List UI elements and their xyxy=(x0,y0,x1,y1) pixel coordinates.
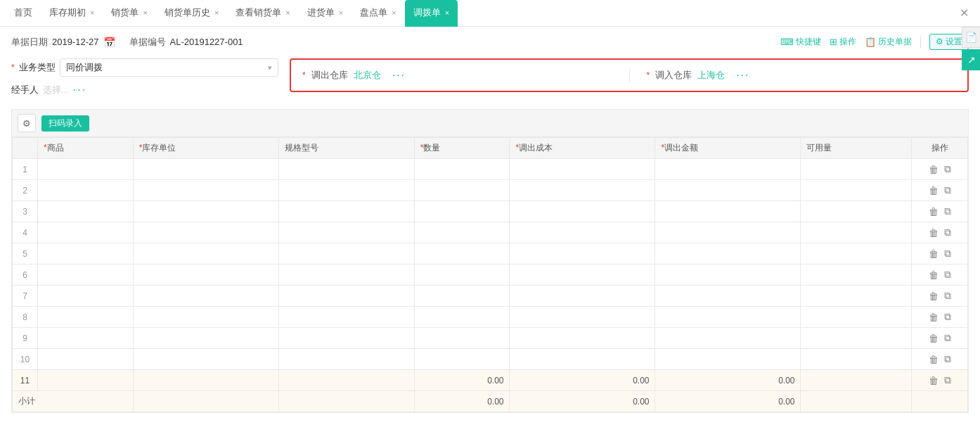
calendar-icon[interactable]: 📅 xyxy=(103,37,115,48)
row-copy-icon[interactable]: ⧉ xyxy=(944,353,951,365)
row-spec-cell[interactable] xyxy=(278,265,414,286)
row-spec-cell[interactable] xyxy=(278,307,414,328)
row-spec-cell[interactable] xyxy=(278,222,414,243)
row-product-cell[interactable] xyxy=(38,180,134,201)
row-cost-cell[interactable] xyxy=(510,180,655,201)
row-cost-cell[interactable] xyxy=(510,243,655,265)
row-quantity-cell[interactable] xyxy=(414,307,510,328)
row-spec-cell[interactable] xyxy=(278,180,414,201)
row-unit-cell[interactable] xyxy=(133,286,278,307)
row-cost-cell[interactable] xyxy=(510,265,655,286)
row-product-cell[interactable] xyxy=(38,328,134,349)
row-delete-icon[interactable]: 🗑 xyxy=(929,291,939,302)
row-amount-cell[interactable] xyxy=(655,201,801,222)
row-amount-cell[interactable] xyxy=(655,243,801,265)
row-amount-cell[interactable] xyxy=(655,265,801,286)
row-cost-cell[interactable] xyxy=(510,159,655,180)
row-copy-icon[interactable]: ⧉ xyxy=(944,248,951,260)
tab-close-inventory-init[interactable]: × xyxy=(90,8,94,17)
row-quantity-cell[interactable] xyxy=(414,180,510,201)
handler-placeholder[interactable]: 选择... xyxy=(43,84,69,96)
row-product-cell[interactable] xyxy=(38,265,134,286)
tab-inventory-check[interactable]: 盘点单 × xyxy=(352,0,404,27)
tab-view-sales[interactable]: 查看销货单 × xyxy=(227,0,298,27)
row-cost-cell[interactable] xyxy=(510,222,655,243)
row-spec-cell[interactable] xyxy=(278,349,414,370)
tab-transfer[interactable]: 调拨单 × xyxy=(405,0,458,27)
row-copy-icon[interactable]: ⧉ xyxy=(944,163,951,175)
row-delete-icon[interactable]: 🗑 xyxy=(929,333,939,344)
scan-button[interactable]: 扫码录入 xyxy=(41,115,89,132)
row-spec-cell[interactable] xyxy=(278,159,414,180)
row-cost-cell[interactable] xyxy=(510,307,655,328)
row-copy-icon[interactable]: ⧉ xyxy=(944,374,951,386)
row-quantity-cell[interactable] xyxy=(414,349,510,370)
row-delete-icon[interactable]: 🗑 xyxy=(929,185,939,196)
row-copy-icon[interactable]: ⧉ xyxy=(944,269,951,281)
row-delete-icon[interactable]: 🗑 xyxy=(929,206,939,217)
row-amount-cell[interactable] xyxy=(655,307,801,328)
row-copy-icon[interactable]: ⧉ xyxy=(944,332,951,344)
tab-sales-history[interactable]: 销货单历史 × xyxy=(156,0,227,27)
row-unit-cell[interactable] xyxy=(133,307,278,328)
tab-close-sales-order[interactable]: × xyxy=(143,8,147,17)
row-delete-icon[interactable]: 🗑 xyxy=(929,248,939,260)
row-quantity-cell[interactable] xyxy=(414,243,510,265)
row-unit-cell[interactable] xyxy=(133,201,278,222)
handler-more-icon[interactable]: ··· xyxy=(73,84,86,96)
row-amount-cell[interactable] xyxy=(655,222,801,243)
row-quantity-cell[interactable] xyxy=(414,222,510,243)
row-copy-icon[interactable]: ⧉ xyxy=(944,205,951,217)
tab-close-sales-history[interactable]: × xyxy=(214,8,219,17)
row-quantity-cell[interactable] xyxy=(414,265,510,286)
row-cost-cell[interactable] xyxy=(510,201,655,222)
row-quantity-cell[interactable] xyxy=(414,159,510,180)
row-unit-cell[interactable] xyxy=(133,222,278,243)
row-product-cell[interactable] xyxy=(38,307,134,328)
sidebar-document-button[interactable]: 📄 xyxy=(962,27,980,48)
row-copy-icon[interactable]: ⧉ xyxy=(944,290,951,302)
tab-close-purchase[interactable]: × xyxy=(339,8,343,17)
row-amount-cell[interactable] xyxy=(655,180,801,201)
row-amount-cell[interactable] xyxy=(655,349,801,370)
shortcuts-action[interactable]: ⌨ 快捷键 xyxy=(780,36,821,48)
row-cost-cell[interactable] xyxy=(510,286,655,307)
transfer-in-value[interactable]: 上海仓 xyxy=(697,69,725,82)
tab-home[interactable]: 首页 xyxy=(6,0,41,27)
row-cost-cell[interactable] xyxy=(510,349,655,370)
row-delete-icon[interactable]: 🗑 xyxy=(929,227,939,238)
business-type-select[interactable]: 同价调拨 ▾ xyxy=(60,58,278,77)
row-delete-icon[interactable]: 🗑 xyxy=(929,375,939,386)
tab-close-inventory-check[interactable]: × xyxy=(392,8,396,17)
row-amount-cell[interactable] xyxy=(655,286,801,307)
row-spec-cell[interactable] xyxy=(278,201,414,222)
row-amount-cell[interactable] xyxy=(655,328,801,349)
row-quantity-cell[interactable] xyxy=(414,286,510,307)
table-gear-button[interactable]: ⚙ xyxy=(18,114,36,132)
row-product-cell[interactable] xyxy=(38,222,134,243)
row-unit-cell[interactable] xyxy=(133,159,278,180)
row-copy-icon[interactable]: ⧉ xyxy=(944,311,951,323)
row-delete-icon[interactable]: 🗑 xyxy=(929,354,939,365)
row-spec-cell[interactable] xyxy=(278,243,414,265)
transfer-in-more-icon[interactable]: ··· xyxy=(736,69,749,82)
tab-sales-order[interactable]: 销货单 × xyxy=(103,0,155,27)
row-product-cell[interactable] xyxy=(38,349,134,370)
row-amount-cell[interactable] xyxy=(655,159,801,180)
row-quantity-cell[interactable] xyxy=(414,201,510,222)
row-product-cell[interactable] xyxy=(38,243,134,265)
row-unit-cell[interactable] xyxy=(133,243,278,265)
row-product-cell[interactable] xyxy=(38,286,134,307)
row-unit-cell[interactable] xyxy=(133,180,278,201)
row-unit-cell[interactable] xyxy=(133,265,278,286)
operations-action[interactable]: ⊞ 操作 xyxy=(830,36,856,48)
tab-bar-close-button[interactable]: ✕ xyxy=(954,6,974,20)
tab-close-transfer[interactable]: × xyxy=(445,8,449,17)
sidebar-export-button[interactable]: ↗ xyxy=(962,49,980,70)
row-spec-cell[interactable] xyxy=(278,286,414,307)
transfer-out-more-icon[interactable]: ··· xyxy=(392,69,406,82)
transfer-out-value[interactable]: 北京仓 xyxy=(354,69,381,82)
row-delete-icon[interactable]: 🗑 xyxy=(929,164,939,175)
row-unit-cell[interactable] xyxy=(133,349,278,370)
row-copy-icon[interactable]: ⧉ xyxy=(944,227,951,238)
